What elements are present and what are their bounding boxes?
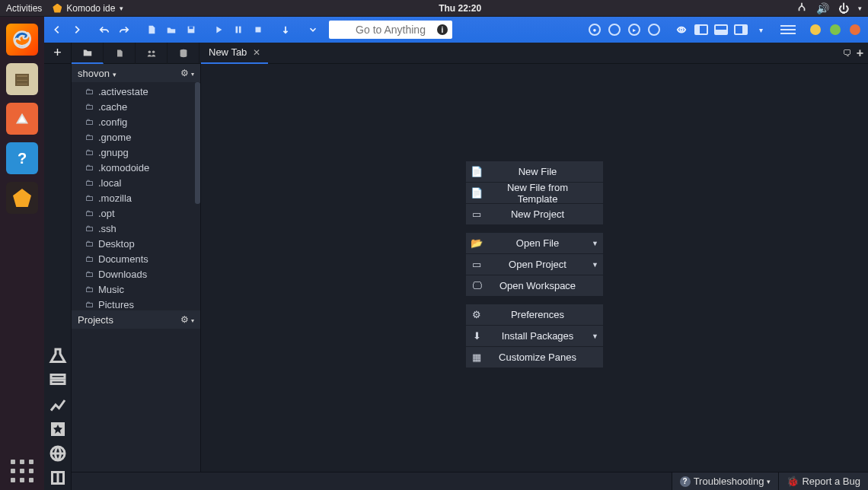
save-button[interactable]: [183, 21, 199, 38]
folder-icon: 🗀: [85, 117, 94, 126]
app-menu[interactable]: Komodo ide ▾: [53, 3, 123, 14]
dock-help[interactable]: ?: [6, 142, 38, 174]
record-macro-button[interactable]: ●: [586, 21, 603, 38]
volume-icon[interactable]: 🔊: [816, 2, 829, 14]
circle-button-4[interactable]: [646, 21, 662, 38]
new-file-button[interactable]: [143, 21, 160, 38]
activities-button[interactable]: Activities: [6, 3, 42, 14]
dropdown-button[interactable]: [305, 21, 321, 38]
tree-node-label: .opt: [98, 208, 115, 219]
troubleshooting-button[interactable]: ? Troubleshooting ▾: [672, 473, 779, 490]
tree-node[interactable]: 🗀.mozilla: [72, 190, 200, 205]
stop-button[interactable]: [250, 21, 266, 38]
dock-software[interactable]: [6, 103, 38, 135]
tree-node[interactable]: 🗀.komodoide: [72, 160, 200, 175]
show-apps-button[interactable]: [11, 460, 34, 482]
back-button[interactable]: [49, 21, 65, 38]
toolbar-more[interactable]: ▾: [752, 21, 769, 38]
pane-right-button[interactable]: [732, 21, 749, 38]
start-open-workspace[interactable]: 🖵Open Workspace: [466, 275, 603, 297]
forward-button[interactable]: [69, 21, 85, 38]
tree-node[interactable]: 🗀.opt: [72, 205, 200, 221]
play-button[interactable]: [210, 21, 227, 38]
undo-button[interactable]: [96, 21, 113, 38]
close-tab-button[interactable]: ✕: [253, 47, 260, 58]
sidebar-tab-collab[interactable]: [136, 43, 168, 64]
start-new-file-from-template[interactable]: 📄New File from Template: [466, 183, 603, 204]
sidebar-root-header[interactable]: shovon ▾ ⚙ ▾: [72, 64, 200, 82]
tab-label: New Tab: [209, 46, 247, 58]
info-icon[interactable]: i: [437, 24, 448, 35]
dock-files[interactable]: [6, 63, 38, 95]
status-dot-1[interactable]: [807, 21, 824, 38]
start-customize-panes[interactable]: ▦Customize Panes: [466, 347, 603, 368]
start-install-packages[interactable]: ⬇Install Packages▼: [466, 326, 603, 347]
menu-item-icon: 📄: [466, 187, 487, 199]
start-open-project[interactable]: ▭Open Project▼: [466, 254, 603, 275]
chevron-down-icon[interactable]: ▾: [858, 5, 862, 12]
clock[interactable]: Thu 22:20: [123, 3, 796, 14]
tree-node[interactable]: 🗀Music: [72, 282, 200, 297]
tree-node[interactable]: 🗀.config: [72, 114, 200, 129]
gear-icon[interactable]: ⚙ ▾: [180, 68, 194, 78]
sidebar-tab-db[interactable]: [168, 43, 199, 64]
start-preferences[interactable]: ⚙Preferences: [466, 304, 603, 326]
ide-window: i ● ▸ ▾ +: [44, 17, 868, 490]
start-new-file[interactable]: 📄New File: [466, 161, 603, 183]
dock-firefox[interactable]: [6, 24, 38, 56]
tool-chart-icon[interactable]: [49, 396, 67, 414]
sidebar-tab-files[interactable]: [72, 43, 104, 64]
go-to-anything[interactable]: i: [329, 21, 452, 39]
svg-rect-5: [189, 27, 193, 30]
tree-node[interactable]: 🗀.local: [72, 175, 200, 190]
tree-node[interactable]: 🗀.cache: [72, 99, 200, 114]
tree-node-label: .mozilla: [98, 192, 132, 204]
start-open-file[interactable]: 📂Open File▼: [466, 233, 603, 254]
status-dot-3[interactable]: [847, 21, 863, 38]
tool-flask-icon[interactable]: [49, 347, 67, 365]
projects-header[interactable]: Projects ⚙ ▾: [72, 310, 200, 329]
tab-new-tab[interactable]: New Tab ✕: [201, 43, 268, 64]
notify-icon[interactable]: 🗨: [843, 48, 852, 59]
pane-left-button[interactable]: [693, 21, 710, 38]
open-button[interactable]: [163, 21, 180, 38]
file-tree[interactable]: 🗀.activestate🗀.cache🗀.config🗀.gnome🗀.gnu…: [72, 82, 200, 310]
tree-node[interactable]: 🗀Desktop: [72, 236, 200, 251]
power-icon[interactable]: ⏻: [838, 2, 849, 14]
tree-node[interactable]: 🗀Documents: [72, 251, 200, 266]
play-macro-button[interactable]: ▸: [626, 21, 643, 38]
redo-button[interactable]: [116, 21, 132, 38]
folder-icon: 🗀: [85, 254, 94, 263]
tree-node[interactable]: 🗀.activestate: [72, 84, 200, 99]
hamburger-menu[interactable]: [780, 21, 796, 38]
folder-icon: 🗀: [85, 208, 94, 218]
pause-button[interactable]: [230, 21, 247, 38]
report-bug-button[interactable]: 🐞 Report a Bug: [778, 473, 868, 490]
search-input[interactable]: [329, 24, 452, 36]
tree-node[interactable]: 🗀.gnome: [72, 129, 200, 145]
start-new-project[interactable]: ▭New Project: [466, 204, 603, 225]
circle-button-2[interactable]: [606, 21, 623, 38]
tree-node[interactable]: 🗀Downloads: [72, 266, 200, 282]
add-toolbox-button[interactable]: +: [44, 43, 71, 64]
menu-item-label: New File: [487, 166, 603, 177]
step-button[interactable]: [277, 21, 294, 38]
gear-icon[interactable]: ⚙ ▾: [180, 314, 194, 325]
tree-node[interactable]: 🗀Pictures: [72, 297, 200, 310]
sidebar-root-label: shovon: [78, 68, 110, 79]
tree-node-label: Music: [98, 284, 124, 295]
tool-layers-icon[interactable]: [49, 371, 67, 390]
tool-star-icon[interactable]: [49, 420, 67, 438]
tree-node[interactable]: 🗀.gnupg: [72, 145, 200, 160]
add-tab-button[interactable]: +: [857, 46, 863, 60]
network-icon[interactable]: [796, 2, 807, 14]
tree-node[interactable]: 🗀.ssh: [72, 221, 200, 236]
sidebar-tab-file[interactable]: [104, 43, 136, 64]
dock-komodo[interactable]: [6, 182, 38, 214]
scrollbar[interactable]: [195, 82, 200, 204]
status-dot-2[interactable]: [827, 21, 844, 38]
eye-button[interactable]: [673, 21, 690, 38]
pane-bottom-button[interactable]: [713, 21, 729, 38]
tool-book-icon[interactable]: [49, 469, 67, 487]
tool-globe-icon[interactable]: [49, 444, 67, 463]
